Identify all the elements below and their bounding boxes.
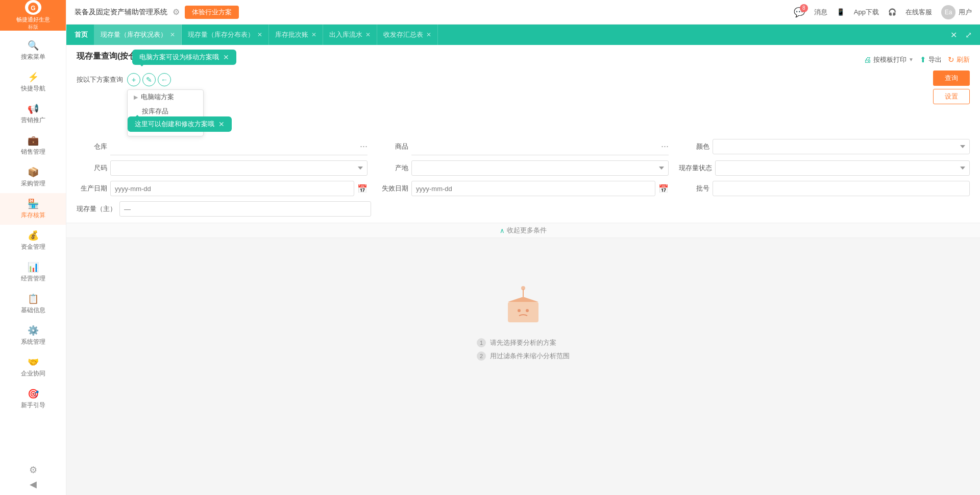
back-scheme-btn[interactable]: ←	[158, 73, 171, 86]
tab-close-icon[interactable]: ✕	[257, 31, 262, 38]
export-btn[interactable]: ⬆ 导出	[920, 55, 942, 64]
warehouse-label: 仓库	[77, 142, 107, 151]
logo-text: 畅捷通好生意	[16, 16, 50, 23]
filter-fields-row3: 生产日期 📅 失效日期 📅 批号	[77, 181, 970, 196]
page-content: 现存量查询(按仓库+商品) 🖨 按模板打印 ▼ ⬆ 导出 ↻ 刷新	[66, 45, 980, 495]
edit-scheme-btn[interactable]: ✎	[142, 73, 156, 86]
collapse-bar[interactable]: ∧ 收起更多条件	[66, 223, 980, 238]
collapse-label: 收起更多条件	[507, 226, 547, 235]
expiry-date-input[interactable]	[411, 181, 655, 196]
tab-home[interactable]: 首页	[68, 25, 94, 45]
tip-num-1: 1	[477, 338, 486, 347]
sidebar-item-finance[interactable]: 💰 资金管理	[0, 225, 66, 256]
sidebar-item-inventory[interactable]: 🏪 库存核算	[0, 193, 66, 225]
sidebar-logo: G 畅捷通好生意 标版	[0, 0, 66, 31]
tab-close-icon[interactable]: ✕	[426, 31, 431, 38]
tab-close-icon[interactable]: ✕	[311, 31, 316, 38]
app-download-label[interactable]: App下载	[854, 8, 879, 17]
tab-close-icon[interactable]: ✕	[365, 31, 371, 38]
tab-fullscreen-btn[interactable]: ⤢	[963, 29, 974, 41]
tab-stock-dist[interactable]: 现存量（库存分布表） ✕	[182, 25, 269, 45]
sidebar-item-collab[interactable]: 🤝 企业协同	[0, 351, 66, 383]
sidebar-item-quicknav[interactable]: ⚡ 快捷导航	[0, 66, 66, 98]
sidebar-item-basic[interactable]: 📋 基础信息	[0, 288, 66, 320]
settings-btn[interactable]: 设置	[933, 89, 970, 104]
top-header: 装备及固定资产辅助管理系统 ⚙ 体验行业方案 💬 8 消息 📱 App下载 🎧 …	[66, 0, 980, 25]
filter-section: 现存量查询(按仓库+商品) 🖨 按模板打印 ▼ ⬆ 导出 ↻ 刷新	[66, 45, 980, 223]
product-label: 商品	[378, 142, 408, 151]
chevron-down-icon: ▼	[909, 57, 914, 62]
tip-text-2: 用过滤条件来缩小分析范围	[490, 351, 570, 361]
sidebar-item-purchase[interactable]: 📦 采购管理	[0, 161, 66, 193]
stock-main-min-input[interactable]	[119, 201, 371, 217]
stock-status-select[interactable]	[715, 160, 970, 176]
lightning-icon: ⚡	[28, 72, 39, 83]
filter-batch: 批号	[679, 181, 970, 196]
scheme-pc[interactable]: ▶ 电脑端方案	[128, 90, 203, 104]
user-area[interactable]: Ea 用户	[941, 5, 972, 19]
notification-btn[interactable]: 💬 8	[794, 7, 805, 18]
chart-icon: 📊	[28, 262, 39, 273]
box-icon: 📦	[28, 167, 39, 178]
production-date-label: 生产日期	[77, 184, 107, 193]
calendar-icon[interactable]: 📅	[357, 184, 368, 194]
add-scheme-btn[interactable]: +	[127, 73, 140, 86]
template-print-btn[interactable]: 🖨 按模板打印 ▼	[864, 55, 914, 64]
sidebar-item-sales[interactable]: 💼 销售管理	[0, 130, 66, 161]
origin-select[interactable]	[411, 160, 669, 176]
tooltip-edit-scheme: 这里可以创建和修改方案哦 ✕	[128, 116, 232, 132]
online-service-icon: 🎧	[888, 8, 896, 16]
tooltip-pc-scheme: 电脑方案可设为移动方案哦 ✕	[132, 50, 236, 65]
product-input[interactable]	[411, 138, 661, 154]
sidebar-item-marketing[interactable]: 📢 营销推广	[0, 98, 66, 130]
sidebar-collapse-btn[interactable]: ◀	[30, 479, 37, 490]
logo-sub: 标版	[28, 23, 38, 31]
filter-production-date: 生产日期 📅	[77, 181, 368, 196]
tab-summary[interactable]: 收发存汇总表 ✕	[377, 25, 438, 45]
calendar-icon2[interactable]: 📅	[658, 184, 669, 194]
sidebar-item-operation[interactable]: 📊 经营管理	[0, 256, 66, 288]
tab-flow[interactable]: 出入库流水 ✕	[323, 25, 377, 45]
color-select[interactable]	[713, 139, 970, 154]
svg-point-3	[518, 309, 521, 312]
tab-close-all-btn[interactable]: ✕	[948, 29, 959, 41]
sidebar-settings-btn[interactable]: ⚙	[29, 464, 37, 476]
filter-stock-main: 现存量（主）	[77, 201, 371, 217]
search-btn[interactable]: 查询	[933, 70, 970, 86]
size-select[interactable]	[110, 160, 368, 176]
tab-bar-right: ✕ ⤢	[948, 29, 978, 41]
refresh-btn[interactable]: ↻ 刷新	[948, 55, 970, 64]
print-icon: 🖨	[864, 55, 871, 64]
logo-icon: G	[25, 0, 41, 15]
production-date-input[interactable]	[110, 181, 354, 196]
scheme-dropdown: ▶ 电脑端方案 这里可以创建和修改方案哦 ✕ 按库存品	[127, 89, 204, 136]
sidebar: G 畅捷通好生意 标版 🔍 搜索菜单 ⚡ 快捷导航 📢 营销推广 💼 销售管理 …	[0, 0, 66, 495]
filter-fields-row2: 尺码 产地 现存量状态	[77, 160, 970, 176]
filter-stock-status: 现存量状态	[679, 160, 970, 176]
system-settings-icon[interactable]: ⚙	[173, 7, 180, 17]
sidebar-bottom: ⚙ ◀	[0, 459, 66, 495]
tooltip-close-btn[interactable]: ✕	[223, 53, 229, 61]
notif-label: 消息	[814, 8, 827, 17]
online-service-label[interactable]: 在线客服	[905, 8, 932, 17]
filter-origin: 产地	[378, 160, 669, 176]
tab-close-icon[interactable]: ✕	[170, 31, 175, 38]
svg-rect-2	[508, 302, 538, 322]
tooltip2-close-btn[interactable]: ✕	[218, 120, 225, 128]
tab-stock-status[interactable]: 现存量（库存状况表） ✕	[94, 25, 182, 45]
target-icon: 🎯	[28, 388, 39, 399]
tab-batch-account[interactable]: 库存批次账 ✕	[269, 25, 323, 45]
tip-text-1: 请先选择要分析的方案	[490, 338, 556, 347]
batch-input[interactable]	[713, 181, 970, 196]
sidebar-item-guide[interactable]: 🎯 新手引导	[0, 383, 66, 415]
sidebar-item-search[interactable]: 🔍 搜索菜单	[0, 35, 66, 66]
product-ellipsis-icon[interactable]: ···	[661, 141, 669, 152]
warehouse-input[interactable]	[110, 138, 360, 154]
color-label: 颜色	[679, 142, 709, 151]
sidebar-item-system[interactable]: ⚙️ 系统管理	[0, 320, 66, 351]
clipboard-icon: 📋	[28, 293, 39, 304]
industry-btn[interactable]: 体验行业方案	[185, 6, 239, 19]
app-download-icon: 📱	[837, 8, 845, 16]
avatar: Ea	[941, 5, 955, 19]
warehouse-ellipsis-icon[interactable]: ···	[360, 141, 368, 152]
